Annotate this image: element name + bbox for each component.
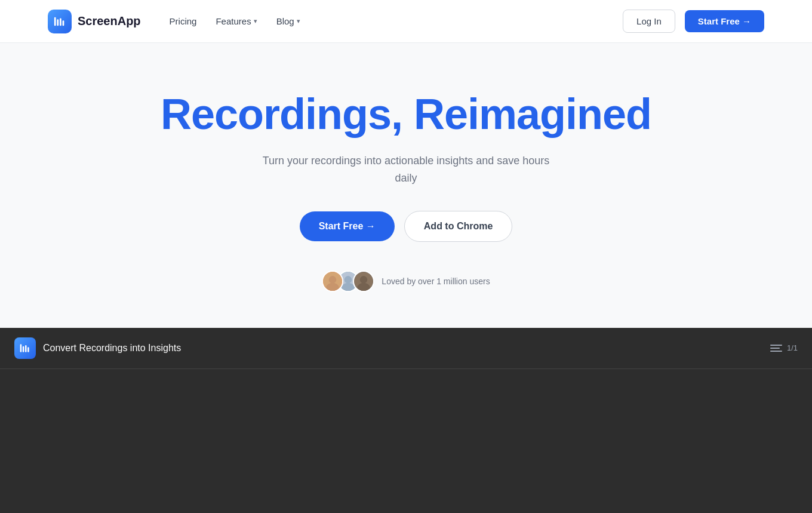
svg-point-5 <box>329 276 336 283</box>
screenapp-logo-svg <box>53 15 66 28</box>
avatar-1 <box>322 271 343 292</box>
hero-add-to-chrome-button[interactable]: Add to Chrome <box>404 211 513 242</box>
svg-rect-13 <box>20 344 22 352</box>
svg-rect-15 <box>25 345 27 352</box>
nav-links: Pricing Features ▾ Blog ▾ <box>170 16 300 26</box>
features-chevron-icon: ▾ <box>254 17 257 25</box>
svg-rect-3 <box>63 20 64 26</box>
navbar-left: ScreenApp Pricing Features ▾ Blog ▾ <box>48 10 300 33</box>
navbar: ScreenApp Pricing Features ▾ Blog ▾ Log … <box>0 0 812 43</box>
bottom-bar-content <box>0 369 812 513</box>
bottom-bar-title: Convert Recordings into Insights <box>43 343 181 354</box>
menu-icon[interactable] <box>770 345 782 352</box>
hero-start-free-button[interactable]: Start Free → <box>300 211 395 241</box>
svg-point-11 <box>360 276 367 283</box>
logo[interactable]: ScreenApp <box>48 10 141 33</box>
blog-chevron-icon: ▾ <box>297 17 300 25</box>
social-proof: Loved by over 1 million users <box>322 271 490 292</box>
avatars-group <box>322 271 374 292</box>
bottom-bar-right: 1/1 <box>770 343 798 352</box>
bottom-bar-header: Convert Recordings into Insights 1/1 <box>0 328 812 369</box>
bottom-bar: Convert Recordings into Insights 1/1 <box>0 328 812 513</box>
hero-title: Recordings, Reimagined <box>161 91 651 138</box>
svg-point-6 <box>327 282 339 291</box>
social-proof-text: Loved by over 1 million users <box>382 277 490 286</box>
page-counter: 1/1 <box>787 343 798 352</box>
navbar-start-free-button[interactable]: Start Free → <box>685 10 764 32</box>
bottom-bar-left: Convert Recordings into Insights <box>14 337 181 359</box>
avatar-3 <box>353 271 374 292</box>
navbar-right: Log In Start Free → <box>623 10 764 33</box>
svg-point-8 <box>345 276 352 283</box>
svg-rect-16 <box>27 347 29 352</box>
svg-rect-1 <box>57 19 59 26</box>
nav-pricing[interactable]: Pricing <box>170 16 197 26</box>
bottom-logo-icon <box>14 337 36 359</box>
svg-rect-0 <box>54 17 56 26</box>
hero-subtitle: Turn your recordings into actionable ins… <box>257 152 555 187</box>
nav-blog[interactable]: Blog ▾ <box>276 16 300 26</box>
hero-section: Recordings, Reimagined Turn your recordi… <box>0 43 812 328</box>
svg-rect-2 <box>60 18 61 26</box>
logo-text: ScreenApp <box>78 14 141 28</box>
login-button[interactable]: Log In <box>623 10 675 33</box>
svg-point-12 <box>358 282 370 291</box>
hero-buttons: Start Free → Add to Chrome <box>300 211 513 242</box>
svg-rect-14 <box>23 346 24 352</box>
nav-features[interactable]: Features ▾ <box>216 16 257 26</box>
bottom-screenapp-icon <box>19 342 31 354</box>
logo-icon <box>48 10 72 33</box>
